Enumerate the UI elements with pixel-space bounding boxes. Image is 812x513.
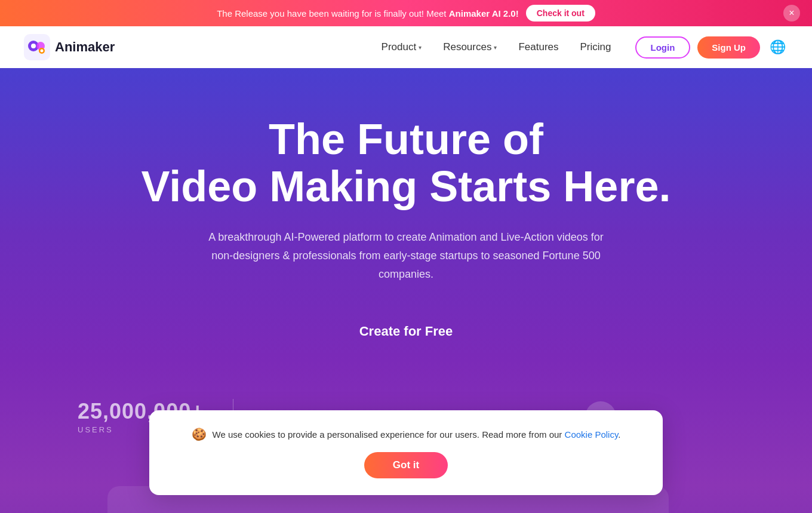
banner-text: The Release you have been waiting for is… [217, 8, 519, 19]
navbar: Animaker Product ▾ Resources ▾ Features … [0, 26, 812, 68]
announcement-banner: The Release you have been waiting for is… [0, 0, 812, 26]
signup-button[interactable]: Sign Up [697, 36, 760, 59]
cookie-banner: 🍪 We use cookies to provide a personalis… [149, 410, 663, 495]
got-it-button[interactable]: Got it [364, 452, 448, 478]
logo-icon [24, 34, 50, 60]
svg-point-3 [31, 44, 36, 48]
svg-point-5 [41, 50, 44, 53]
product-chevron-icon: ▾ [419, 44, 422, 51]
nav-resources[interactable]: Resources ▾ [443, 41, 497, 53]
banner-close-button[interactable]: × [783, 5, 800, 21]
login-button[interactable]: Login [635, 36, 691, 59]
hero-title: The Future of Video Making Starts Here. [142, 116, 671, 210]
logo-area[interactable]: Animaker [24, 34, 115, 60]
hero-subtitle: A breakthrough AI-Powered platform to cr… [197, 228, 615, 283]
check-it-out-button[interactable]: Check it out [526, 5, 595, 21]
nav-features[interactable]: Features [518, 41, 558, 53]
cookie-icon: 🍪 [192, 427, 207, 441]
cookie-policy-link[interactable]: Cookie Policy [565, 429, 619, 440]
cookie-text: 🍪 We use cookies to provide a personalis… [192, 427, 621, 441]
nav-links: Product ▾ Resources ▾ Features Pricing [382, 41, 611, 53]
stats-label: USERS [78, 425, 113, 434]
nav-pricing[interactable]: Pricing [580, 41, 611, 53]
nav-actions: Login Sign Up 🌐 [635, 36, 789, 59]
logo-text: Animaker [55, 39, 115, 55]
resources-chevron-icon: ▾ [494, 44, 497, 51]
globe-icon: 🌐 [770, 39, 786, 54]
language-button[interactable]: 🌐 [767, 37, 788, 57]
nav-product[interactable]: Product ▾ [382, 41, 422, 53]
create-free-button[interactable]: Create for Free [322, 312, 490, 351]
